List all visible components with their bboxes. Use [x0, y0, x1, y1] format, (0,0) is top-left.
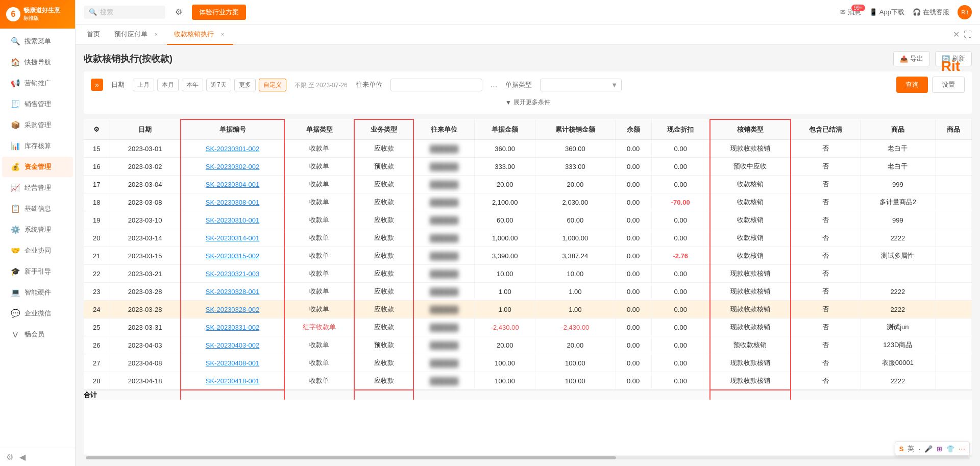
bill-no-link[interactable]: SK-20230310-001	[181, 211, 285, 229]
tab-close-all-icon[interactable]: ✕	[953, 30, 960, 39]
tab-payable-close-icon[interactable]: ×	[153, 31, 160, 38]
bill-no-link[interactable]: SK-20230408-001	[181, 354, 285, 372]
tab-payable[interactable]: 预付应付单 ×	[107, 24, 167, 45]
sidebar-item-operations[interactable]: 📈 经营管理	[2, 178, 73, 198]
filter-setting-button[interactable]: 设置	[932, 77, 965, 93]
th-total-write-off: 累计核销金额	[535, 119, 616, 140]
sidebar-item-wechat[interactable]: 💬 企业微信	[2, 303, 73, 324]
table-cell: 收款单	[284, 211, 354, 229]
th-partner: 往来单位	[413, 119, 475, 140]
table-cell: 18	[84, 193, 110, 211]
bill-no-link[interactable]: SK-20230328-002	[181, 301, 285, 318]
bill-type-select[interactable]	[540, 79, 622, 91]
ime-more-icon[interactable]: ⋯	[959, 445, 965, 453]
settings-gear-icon[interactable]: ⚙	[172, 5, 186, 19]
query-button[interactable]: 查询	[896, 77, 928, 93]
bill-no-link[interactable]: SK-20230321-003	[181, 265, 285, 283]
table-cell: 老白干	[860, 140, 935, 158]
table-cell: 现款收款核销	[710, 354, 791, 372]
table-horizontal-scrollbar[interactable]	[84, 455, 972, 460]
table-cell: 24	[84, 301, 110, 318]
bill-no-link[interactable]: SK-20230304-001	[181, 176, 285, 193]
sidebar-item-quicknav[interactable]: 🏠 快捷导航	[2, 52, 73, 72]
topbar-search-box[interactable]: 🔍 搜索	[84, 6, 165, 19]
settings-icon[interactable]: ⚙	[6, 452, 13, 462]
table-cell: 28	[84, 372, 110, 390]
sidebar-item-inventory[interactable]: 📊 库存核算	[2, 136, 73, 156]
ime-shirt-icon[interactable]: 👕	[946, 445, 954, 453]
online-service-link[interactable]: 🎧 在线客服	[913, 8, 949, 17]
bill-no-link[interactable]: SK-20230314-001	[181, 229, 285, 247]
tab-fullscreen-icon[interactable]: ⛶	[964, 30, 972, 39]
table-cell	[935, 265, 971, 283]
bill-no-link[interactable]: SK-20230301-002	[181, 140, 285, 158]
table-cell	[935, 229, 971, 247]
collapse-icon[interactable]: ◀	[19, 452, 26, 462]
filter-collapse-button[interactable]: »	[91, 79, 103, 91]
app-download-link[interactable]: 📱 App下载	[869, 8, 904, 17]
ime-toolbar: S 英 · 🎤 ⊞ 👕 ⋯	[895, 442, 970, 456]
page-title-row: 收款核销执行(按收款) 📤 导出 🔄 刷新	[84, 51, 972, 66]
date-this-year-btn[interactable]: 本年	[182, 79, 203, 91]
table-cell: 2023-03-28	[110, 301, 181, 318]
ime-grid-icon[interactable]: ⊞	[937, 445, 942, 453]
table-cell: 现款收款核销	[710, 140, 791, 158]
partner-filter-input[interactable]	[390, 79, 482, 91]
table-cell: 应收款	[354, 229, 413, 247]
bill-no-link[interactable]: SK-20230418-001	[181, 372, 285, 390]
sidebar-item-search[interactable]: 🔍 搜索菜单	[2, 31, 73, 52]
sidebar-item-sales[interactable]: 🧾 销售管理	[2, 94, 73, 114]
sidebar-item-hardware[interactable]: 💻 智能硬件	[2, 282, 73, 303]
table-cell: ██████	[413, 336, 475, 354]
tab-write-off-close-icon[interactable]: ×	[219, 31, 226, 38]
expand-more-button[interactable]: ▼ 展开更多条件	[91, 96, 965, 109]
bill-no-link[interactable]: SK-20230308-001	[181, 193, 285, 211]
message-button[interactable]: ✉ 消息 99+	[840, 8, 861, 17]
bill-no-link[interactable]: SK-20230315-002	[181, 247, 285, 265]
date-7days-btn[interactable]: 近7天	[206, 79, 231, 91]
table-cell: 0.00	[615, 140, 651, 158]
table-row: 182023-03-08SK-20230308-001收款单应收款██████2…	[84, 193, 972, 211]
bill-no-link[interactable]: SK-20230302-002	[181, 158, 285, 176]
filter-ellipsis[interactable]: ...	[491, 80, 497, 89]
date-this-month-btn[interactable]: 本月	[157, 79, 179, 91]
tab-home[interactable]: 首页	[80, 24, 107, 45]
sidebar-item-purchase[interactable]: 📦 采购管理	[2, 115, 73, 135]
th-biz-type: 业务类型	[354, 119, 413, 140]
search-menu-icon: 🔍	[10, 36, 20, 46]
bill-no-link[interactable]: SK-20230403-002	[181, 336, 285, 354]
table-cell: 2023-03-08	[110, 193, 181, 211]
date-more-btn[interactable]: 更多	[234, 79, 256, 91]
sidebar-item-marketing[interactable]: 📢 营销推广	[2, 73, 73, 93]
tab-write-off[interactable]: 收款核销执行 ×	[167, 24, 233, 45]
table-cell: ██████	[413, 265, 475, 283]
table-cell: 否	[791, 176, 860, 193]
table-scroll-area[interactable]: ⚙ 日期 单据编号 单据类型 业务类型 往来单位 单据金额 累计核销金额 余额 …	[84, 119, 972, 455]
date-custom-btn[interactable]: 自定义	[259, 79, 286, 91]
table-cell: 2222	[860, 283, 935, 301]
sidebar-nav: 🔍 搜索菜单 🏠 快捷导航 📢 营销推广 🧾 销售管理 📦 采购管理 📊 库存核…	[0, 29, 75, 448]
table-cell: 收款单	[284, 176, 354, 193]
sidebar-item-guide[interactable]: 🎓 新手引导	[2, 261, 73, 282]
table-row: 202023-03-14SK-20230314-001收款单应收款██████1…	[84, 229, 972, 247]
sidebar-item-system[interactable]: ⚙️ 系统管理	[2, 219, 73, 240]
scrollbar-track[interactable]	[86, 456, 970, 459]
table-cell: 20.00	[535, 176, 616, 193]
export-button[interactable]: 📤 导出	[893, 51, 930, 66]
user-avatar[interactable]: Rit	[958, 5, 972, 19]
bill-no-link[interactable]: SK-20230328-001	[181, 283, 285, 301]
guide-icon: 🎓	[10, 266, 20, 277]
table-cell: 10.00	[475, 265, 535, 283]
sidebar-item-member[interactable]: V 畅会员	[2, 324, 73, 345]
sidebar-item-finance[interactable]: 💰 资金管理	[2, 157, 73, 177]
th-settings[interactable]: ⚙	[84, 119, 110, 140]
scrollbar-thumb[interactable]	[86, 456, 616, 459]
sidebar-item-cooperation[interactable]: 🤝 企业协同	[2, 240, 73, 261]
hardware-icon: 💻	[10, 287, 20, 298]
sidebar-item-basic[interactable]: 📋 基础信息	[2, 199, 73, 219]
bill-no-link[interactable]: SK-20230331-002	[181, 318, 285, 336]
solution-button[interactable]: 体验行业方案	[192, 5, 246, 20]
ime-microphone-icon[interactable]: 🎤	[924, 445, 933, 453]
table-cell: 0.00	[651, 318, 710, 336]
date-last-month-btn[interactable]: 上月	[133, 79, 154, 91]
